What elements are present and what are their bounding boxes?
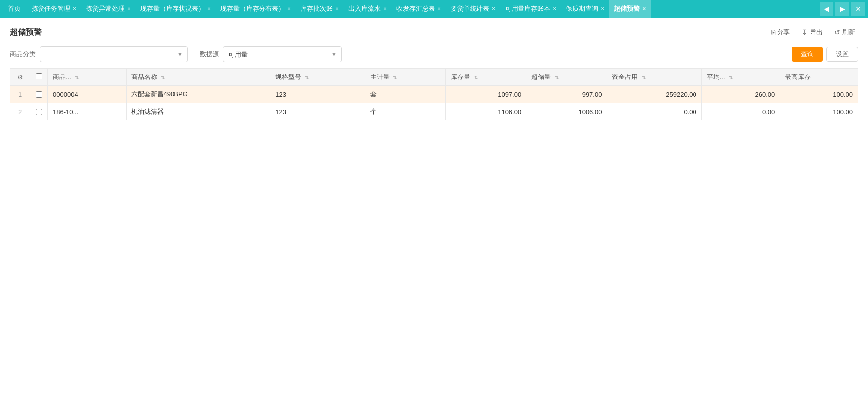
table-row: 1 0000004 六配套新昌490BPG 123 套 1097.00 997.… [10,86,858,103]
th-spec[interactable]: 规格型号 ⇅ [270,69,365,86]
sort-goods-name-icon: ⇅ [161,75,165,80]
th-capital[interactable]: 资金占用 ⇅ [607,69,701,86]
select-all-checkbox[interactable] [36,73,42,79]
cell-checkbox-0 [30,86,48,103]
cell-avg-0: 260.00 [701,86,780,103]
cell-unit-1: 个 [365,103,445,120]
th-checkbox [30,69,48,86]
data-table: ⚙ 商品... ⇅ 商品名称 ⇅ 规格型号 ⇅ 主计量 [10,68,858,120]
category-label: 商品分类 [10,50,36,59]
nav-tab-5[interactable]: 出入库流水 × [344,0,391,18]
cell-goods-code-1: 186-10... [48,103,127,120]
close-tab-3[interactable]: × [287,5,291,12]
share-icon: ⎘ [771,28,775,36]
th-stock[interactable]: 库存量 ⇅ [445,69,526,86]
th-avg[interactable]: 平均... ⇅ [701,69,780,86]
filter-row: 商品分类 ▼ 数据源 可用量 ▼ 查询 设置 [10,46,858,62]
close-tab-2[interactable]: × [207,5,211,12]
cell-capital-0: 259220.00 [607,86,701,103]
th-goods-code[interactable]: 商品... ⇅ [48,69,127,86]
nav-tab-8[interactable]: 可用量库存账本 × [500,0,561,18]
datasource-filter: 数据源 可用量 ▼ [200,46,342,62]
nav-tab-0[interactable]: 拣货任务管理 × [27,0,81,18]
settings-button[interactable]: 设置 [826,47,858,62]
refresh-icon: ↺ [834,28,840,36]
nav-tab-1[interactable]: 拣货异常处理 × [81,0,135,18]
nav-tab-2[interactable]: 现存量（库存状况表） × [135,0,216,18]
th-goods-name[interactable]: 商品名称 ⇅ [126,69,270,86]
cell-avg-1: 0.00 [701,103,780,120]
gear-icon[interactable]: ⚙ [15,74,25,81]
cell-index-0: 1 [10,86,30,103]
close-tab-9[interactable]: × [601,5,604,12]
sort-spec-icon: ⇅ [305,75,309,80]
nav-tab-6[interactable]: 收发存汇总表 × [391,0,446,18]
th-gear: ⚙ [10,69,30,86]
cell-max-stock-1: 100.00 [780,103,858,120]
sort-capital-icon: ⇅ [642,75,646,80]
cell-capital-1: 0.00 [607,103,701,120]
category-select-wrap: ▼ [40,46,188,62]
th-max-stock[interactable]: 最高库存 [780,69,858,86]
table-row: 2 186-10... 机油滤清器 123 个 1106.00 1006.00 … [10,103,858,120]
sort-unit-icon: ⇅ [393,75,397,80]
cell-spec-0: 123 [270,86,365,103]
nav-next-button[interactable]: ▶ [835,2,849,16]
sort-avg-icon: ⇅ [729,75,733,80]
datasource-label: 数据源 [200,50,219,59]
nav-home[interactable]: 首页 [2,4,27,13]
sort-stock-icon: ⇅ [474,75,478,80]
sort-goods-code-icon: ⇅ [75,75,79,80]
cell-stock-0: 1097.00 [445,86,526,103]
cell-spec-1: 123 [270,103,365,120]
close-tab-1[interactable]: × [127,5,130,12]
cell-stock-1: 1106.00 [445,103,526,120]
table-header-row: ⚙ 商品... ⇅ 商品名称 ⇅ 规格型号 ⇅ 主计量 [10,69,858,86]
share-button[interactable]: ⎘ 分享 [768,26,793,39]
export-button[interactable]: ↧ 导出 [799,26,825,39]
page-title: 超储预警 [10,27,42,38]
main-content: 超储预警 ⎘ 分享 ↧ 导出 ↺ 刷新 商品分类 ▼ [0,18,868,395]
th-unit[interactable]: 主计量 ⇅ [365,69,445,86]
th-overstock[interactable]: 超储量 ⇅ [526,69,607,86]
filter-actions: 查询 设置 [792,47,858,62]
row-checkbox-1[interactable] [36,109,42,115]
cell-goods-name-1: 机油滤清器 [126,103,270,120]
datasource-select[interactable]: 可用量 [223,46,342,62]
header-actions: ⎘ 分享 ↧ 导出 ↺ 刷新 [768,26,858,39]
category-filter: 商品分类 ▼ [10,46,188,62]
cell-index-1: 2 [10,103,30,120]
cell-checkbox-1 [30,103,48,120]
close-tab-10[interactable]: × [642,5,646,12]
top-nav: 首页 拣货任务管理 × 拣货异常处理 × 现存量（库存状况表） × 现存量（库存… [0,0,868,18]
page-header: 超储预警 ⎘ 分享 ↧ 导出 ↺ 刷新 [10,26,858,39]
close-tab-7[interactable]: × [492,5,495,12]
refresh-button[interactable]: ↺ 刷新 [831,26,858,39]
row-checkbox-0[interactable] [36,91,42,98]
nav-close-all-button[interactable]: ✕ [851,2,865,16]
close-tab-5[interactable]: × [383,5,387,12]
close-tab-0[interactable]: × [73,5,76,12]
close-tab-6[interactable]: × [437,5,441,12]
cell-unit-0: 套 [365,86,445,103]
nav-tab-10[interactable]: 超储预警 × [609,0,651,18]
nav-prev-button[interactable]: ◀ [820,2,833,16]
nav-tab-4[interactable]: 库存批次账 × [296,0,344,18]
cell-overstock-0: 997.00 [526,86,607,103]
datasource-select-wrap: 可用量 ▼ [223,46,342,62]
close-tab-4[interactable]: × [335,5,339,12]
export-icon: ↧ [802,28,808,36]
nav-tab-3[interactable]: 现存量（库存分布表） × [216,0,296,18]
nav-arrows: ◀ ▶ ✕ [819,2,866,16]
cell-goods-name-0: 六配套新昌490BPG [126,86,270,103]
query-button[interactable]: 查询 [792,47,823,62]
sort-overstock-icon: ⇅ [555,75,559,80]
cell-max-stock-0: 100.00 [780,86,858,103]
category-select[interactable] [40,46,188,62]
nav-tab-7[interactable]: 要货单统计表 × [446,0,500,18]
cell-overstock-1: 1006.00 [526,103,607,120]
close-tab-8[interactable]: × [553,5,556,12]
nav-tab-9[interactable]: 保质期查询 × [561,0,609,18]
cell-goods-code-0: 0000004 [48,86,127,103]
